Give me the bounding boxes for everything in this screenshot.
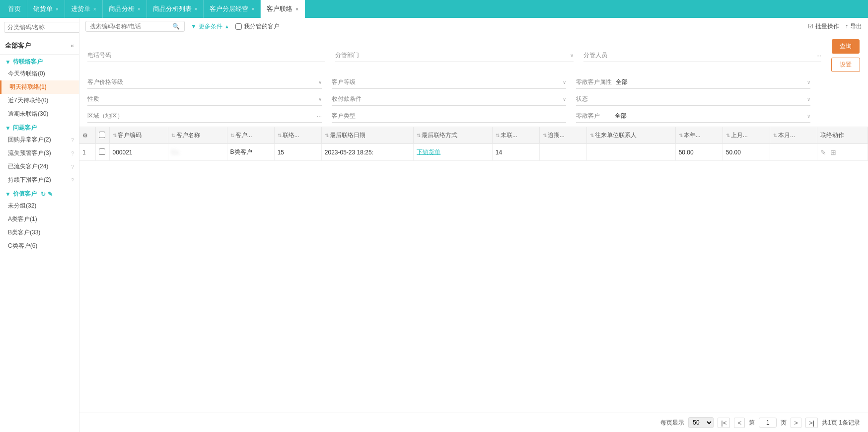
sidebar-search-input[interactable] [4, 22, 79, 33]
filter-person[interactable]: 分管人员 ··· [583, 49, 821, 62]
close-purchase-icon[interactable]: × [93, 6, 96, 12]
region-dots-icon[interactable]: ··· [317, 113, 322, 120]
col-check[interactable] [95, 127, 109, 144]
sidebar-item-ungrouped[interactable]: 未分组(32) [0, 199, 79, 213]
close-customer-contact-icon[interactable]: × [295, 6, 298, 12]
row-last-month: 50.00 [723, 144, 770, 161]
sidebar-all-customers[interactable]: 全部客户 « [0, 37, 79, 55]
query-btn[interactable]: 查询 [832, 39, 860, 54]
filter-payment[interactable]: 收付款条件 ∨ [332, 93, 566, 106]
sidebar-item-week[interactable]: 近7天待联络(0) [0, 94, 79, 107]
action-edit-icon[interactable]: ✎ [820, 148, 826, 156]
search-input[interactable] [90, 23, 169, 30]
nature-arrow-icon[interactable]: ∨ [318, 96, 322, 102]
row-name: Ea [168, 144, 227, 161]
action-more-icon[interactable]: ⊞ [830, 148, 836, 156]
search-icon[interactable]: 🔍 [172, 23, 180, 30]
col-partner: ⇅往来单位联系人 [587, 127, 676, 144]
nav-customer-tier[interactable]: 客户分层经营 × [204, 0, 261, 18]
reset-btn[interactable]: 设置 [831, 58, 860, 72]
filter-panel: 电话号码 分管部门 ∨ 分管人员 ··· 查询 设置 [79, 35, 868, 127]
dept-arrow-icon[interactable]: ∨ [570, 53, 574, 58]
my-customers-checkbox[interactable] [235, 23, 242, 30]
refresh-icon[interactable]: ↻ [41, 191, 46, 198]
edit-value-icon[interactable]: ✎ [48, 191, 53, 198]
query-area: 查询 设置 [831, 39, 860, 72]
filter-row-1: 电话号码 分管部门 ∨ 分管人员 ··· 查询 设置 [87, 39, 860, 72]
filter-retail-attr[interactable]: 零散客户属性 全部 ∨ [576, 76, 810, 89]
nav-customer-contact[interactable]: 客户联络 × [261, 0, 305, 18]
sidebar-collapse-icon[interactable]: « [71, 42, 74, 49]
total-records: 共1页 1条记录 [822, 419, 860, 427]
filter-dept[interactable]: 分管部门 ∨ [335, 49, 573, 62]
filter-phone: 电话号码 [87, 49, 325, 62]
sidebar-item-overdue[interactable]: 逾期未联络(30) [0, 107, 79, 121]
row-check[interactable] [95, 144, 109, 161]
status-arrow-icon[interactable]: ∨ [807, 96, 810, 102]
sidebar-item-tomorrow[interactable]: 明天待联络(1) [0, 80, 79, 94]
filter-row-2: 客户价格等级 ∨ 客户等级 ∨ 零散客户属性 全部 ∨ [87, 76, 860, 89]
row-year: 50.00 [675, 144, 723, 161]
my-customers-check[interactable]: 我分管的客户 [235, 22, 280, 31]
sidebar-item-churn-warn[interactable]: 流失预警客户(3) ? [0, 146, 79, 160]
filter-icon: ▼ [191, 23, 197, 30]
close-product-list-icon[interactable]: × [195, 6, 198, 12]
nav-purchase[interactable]: 进货单 × [65, 0, 103, 18]
col-contact-count: ⇅联络... [274, 127, 321, 144]
sidebar-all-label: 全部客户 [5, 41, 31, 50]
per-page-select[interactable]: 10 20 50 100 [688, 417, 714, 428]
filter-price-level[interactable]: 客户价格等级 ∨ [87, 76, 322, 89]
sidebar-group-problem: ▼ 问题客户 [0, 121, 79, 133]
filter-retail-customer[interactable]: 零散客户 全部 ∨ [576, 110, 810, 123]
checkbox-icon: ☑ [808, 23, 813, 30]
nav-home[interactable]: 首页 [4, 0, 27, 18]
retail-customer-arrow-icon[interactable]: ∨ [807, 113, 810, 119]
export-btn[interactable]: ↑ 导出 [845, 22, 862, 31]
batch-op-btn[interactable]: ☑ 批量操作 [808, 22, 839, 31]
row-type: B类客户 [227, 144, 274, 161]
nav-sales[interactable]: 销货单 × [27, 0, 65, 18]
close-product-analysis-icon[interactable]: × [138, 6, 141, 12]
col-code: ⇅客户编码 [109, 127, 168, 144]
close-sales-icon[interactable]: × [56, 6, 59, 12]
triangle-icon: ▼ [5, 59, 11, 66]
sidebar-item-class-c[interactable]: C类客户(6) [0, 239, 79, 253]
sidebar-item-churned[interactable]: 已流失客户(24) ? [0, 160, 79, 173]
help-churned-icon: ? [71, 164, 74, 170]
page-input[interactable] [759, 418, 777, 428]
filter-nature[interactable]: 性质 ∨ [87, 93, 322, 106]
filter-more-btn[interactable]: ▼ 更多条件 ▲ [191, 22, 229, 31]
help-churn-warn-icon: ? [71, 150, 74, 156]
filter-row-3: 性质 ∨ 收付款条件 ∨ 状态 ∨ [87, 93, 860, 106]
help-declining-icon: ? [71, 177, 74, 183]
retail-attr-arrow-icon[interactable]: ∨ [807, 79, 810, 85]
row-uncontact: 14 [492, 144, 539, 161]
row-contact-count: 15 [274, 144, 321, 161]
row-last-method[interactable]: 下销货单 [414, 144, 493, 161]
sidebar-item-declining[interactable]: 持续下滑客户(2) ? [0, 173, 79, 187]
person-dots-icon[interactable]: ··· [816, 52, 821, 59]
sidebar-item-today[interactable]: 今天待联络(0) [0, 67, 79, 80]
price-level-arrow-icon[interactable]: ∨ [318, 79, 322, 85]
filter-status[interactable]: 状态 ∨ [576, 93, 810, 106]
filter-customer-level[interactable]: 客户等级 ∨ [332, 76, 566, 89]
first-page-btn[interactable]: |< [718, 418, 730, 428]
nav-product-analysis[interactable]: 商品分析 × [103, 0, 147, 18]
col-type: ⇅客户... [227, 127, 274, 144]
customer-level-arrow-icon[interactable]: ∨ [563, 79, 566, 85]
sidebar-search-wrap: 🔍 [0, 18, 79, 37]
sidebar-item-repurchase[interactable]: 回购异常客户(2) ? [0, 133, 79, 146]
col-settings[interactable]: ⚙ [79, 127, 95, 144]
sidebar-item-class-a[interactable]: A类客户(1) [0, 213, 79, 226]
nav-product-list[interactable]: 商品分析列表 × [147, 0, 204, 18]
row-last-date: 2023-05-23 18:25: [321, 144, 413, 161]
close-customer-tier-icon[interactable]: × [251, 6, 254, 12]
last-page-btn[interactable]: >| [805, 418, 818, 428]
sidebar: 🔍 全部客户 « ▼ 待联络客户 今天待联络(0) 明天待联络(1) 近7天待联… [0, 18, 79, 432]
prev-page-btn[interactable]: < [734, 418, 745, 428]
filter-region[interactable]: 区域（地区） ··· [87, 110, 322, 123]
payment-arrow-icon[interactable]: ∨ [563, 96, 566, 102]
row-code: 000021 [109, 144, 168, 161]
sidebar-item-class-b[interactable]: B类客户(33) [0, 226, 79, 239]
next-page-btn[interactable]: > [791, 418, 801, 428]
